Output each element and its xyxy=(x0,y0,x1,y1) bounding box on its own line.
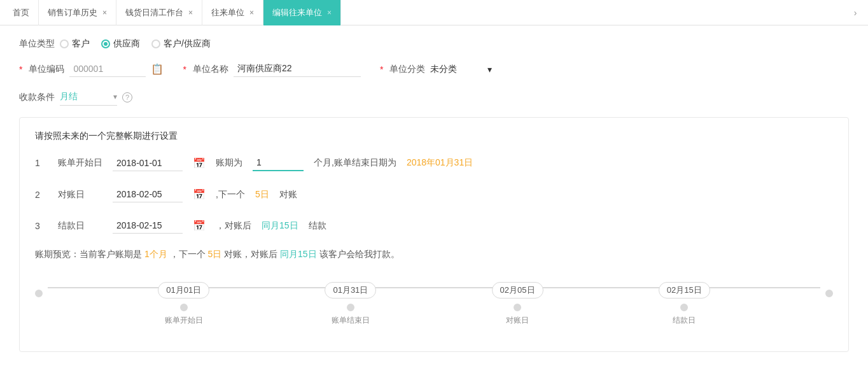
radio-customer-circle xyxy=(60,39,69,48)
preview-highlight3: 同月15日 xyxy=(280,249,317,259)
tab-home-label: 首页 xyxy=(13,7,29,18)
node-3-label: 对账日 xyxy=(506,315,529,326)
radio-both-circle xyxy=(151,39,160,48)
payment-dropdown-arrow: ▾ xyxy=(113,92,117,101)
tab-sales-order-label: 销售订单历史 xyxy=(48,7,97,18)
row-1-end-date: 2018年01月31日 xyxy=(407,157,473,169)
node-1-dot xyxy=(180,304,188,311)
tab-sales-order[interactable]: 销售订单历史 × xyxy=(39,0,116,25)
unit-category-field: * 单位分类 未分类 ▾ xyxy=(380,64,492,75)
tab-edit-partner-label: 编辑往来单位 xyxy=(272,7,322,18)
unit-code-input[interactable] xyxy=(69,61,146,77)
row-2-num: 2 xyxy=(35,190,48,200)
start-dot xyxy=(35,290,43,297)
setting-box: 请按照未来的一个完整帐期进行设置 1 账单开始日 📅 账期为 个月,账单结束日期… xyxy=(19,117,849,352)
row-2-suffix: 对账 xyxy=(279,189,297,201)
node-2-badge: 01月31日 xyxy=(325,282,376,299)
node-3-dot xyxy=(514,304,521,311)
payment-field: 收款条件 月结 ▾ ? xyxy=(19,88,132,106)
timeline-end-dot-container xyxy=(825,290,833,297)
unit-code-icon[interactable]: 📋 xyxy=(151,63,164,75)
row-3-suffix: 结款 xyxy=(309,220,326,232)
node-4-label: 结款日 xyxy=(673,315,696,326)
tab-scroll-arrow[interactable]: › xyxy=(849,8,862,18)
payment-value: 月结 xyxy=(60,91,111,102)
preview-suffix: 该客户会给我打款。 xyxy=(319,249,400,259)
row-1-date[interactable] xyxy=(113,155,183,171)
unit-name-label: 单位名称 xyxy=(193,64,228,75)
radio-group: 客户 供应商 客户/供应商 xyxy=(60,38,211,50)
preview-highlight2: 5日 xyxy=(207,249,221,259)
row-2-date[interactable] xyxy=(113,186,183,202)
main-content: 单位类型 客户 供应商 客户/供应商 * 单位编码 xyxy=(0,25,868,387)
row-2-label: 对账日 xyxy=(58,189,102,201)
row-1-num: 1 xyxy=(35,158,48,168)
row-2-calendar[interactable]: 📅 xyxy=(193,188,206,201)
timeline-items: 01月01日 账单开始日 01月31日 账单结束日 02月05日 xyxy=(35,282,833,326)
payment-label: 收款条件 xyxy=(19,92,55,103)
timeline-node-2: 01月31日 账单结束日 xyxy=(325,282,376,326)
tab-edit-partner-close[interactable]: × xyxy=(327,8,332,17)
row-3-highlight: 同月15日 xyxy=(262,220,298,232)
unit-type-label: 单位类型 xyxy=(19,38,55,50)
radio-supplier[interactable]: 供应商 xyxy=(101,38,140,50)
end-dot xyxy=(825,290,833,297)
timeline-start-dot xyxy=(35,290,43,297)
tab-cash-work-label: 钱货日清工作台 xyxy=(125,7,183,18)
unit-name-field: * 单位名称 xyxy=(183,61,360,77)
row-2-prefix: ,下一个 xyxy=(216,189,245,201)
node-4-badge: 02月15日 xyxy=(659,282,710,299)
row-1-period-input[interactable] xyxy=(253,155,304,171)
radio-supplier-circle xyxy=(101,39,110,48)
unit-category-arrow[interactable]: ▾ xyxy=(487,64,492,74)
node-2-dot xyxy=(347,304,354,311)
radio-both[interactable]: 客户/供应商 xyxy=(151,38,211,50)
unit-code-label: 单位编码 xyxy=(29,64,64,75)
row-3-prefix: ，对账后 xyxy=(216,220,251,232)
setting-row-3: 3 结款日 📅 ，对账后 同月15日 结款 xyxy=(35,218,833,234)
payment-dropdown[interactable]: 月结 ▾ xyxy=(60,88,117,106)
unit-type-row: 单位类型 客户 供应商 客户/供应商 xyxy=(19,38,849,50)
row-3-num: 3 xyxy=(35,221,48,231)
tab-partner-units-label: 往来单位 xyxy=(211,7,244,18)
setting-row-2: 2 对账日 📅 ,下一个 5日 对账 xyxy=(35,186,833,202)
unit-type-field: 单位类型 客户 供应商 客户/供应商 xyxy=(19,38,211,50)
preview-highlight1: 1个月 xyxy=(144,249,167,259)
preview-prefix: 账期预览：当前客户账期是 xyxy=(35,249,142,259)
preview-mid2: 对账，对账后 xyxy=(224,249,277,259)
timeline-node-3: 02月05日 对账日 xyxy=(492,282,543,326)
radio-customer[interactable]: 客户 xyxy=(60,38,90,50)
node-4-dot xyxy=(680,304,688,311)
tab-home[interactable]: 首页 xyxy=(6,0,39,25)
help-icon[interactable]: ? xyxy=(122,92,132,102)
node-1-badge: 01月01日 xyxy=(158,282,209,299)
setting-row-1: 1 账单开始日 📅 账期为 个月,账单结束日期为 2018年01月31日 xyxy=(35,155,833,171)
tab-cash-work[interactable]: 钱货日清工作台 × xyxy=(116,0,202,25)
unit-code-star: * xyxy=(19,64,22,74)
unit-category-label: 单位分类 xyxy=(389,64,425,75)
tab-edit-partner[interactable]: 编辑往来单位 × xyxy=(263,0,341,25)
row-2-highlight: 5日 xyxy=(255,189,269,201)
setting-title: 请按照未来的一个完整帐期进行设置 xyxy=(35,130,833,142)
node-1-label: 账单开始日 xyxy=(165,315,203,326)
timeline-node-4: 02月15日 结款日 xyxy=(659,282,710,326)
timeline-node-1: 01月01日 账单开始日 xyxy=(158,282,209,326)
tab-partner-units[interactable]: 往来单位 × xyxy=(202,0,263,25)
tab-cash-work-close[interactable]: × xyxy=(188,8,193,17)
unit-category-star: * xyxy=(380,64,383,74)
row-1-label: 账单开始日 xyxy=(58,157,102,169)
tab-sales-order-close[interactable]: × xyxy=(102,8,107,17)
unit-category-value: 未分类 xyxy=(430,64,457,75)
unit-code-field: * 单位编码 📋 xyxy=(19,61,164,77)
preview-section: 账期预览：当前客户账期是 1个月 ，下一个 5日 对账，对账后 同月15日 该客… xyxy=(35,249,833,339)
timeline: 01月01日 账单开始日 01月31日 账单结束日 02月05日 xyxy=(35,276,833,339)
row-3-date[interactable] xyxy=(113,218,183,234)
radio-both-label: 客户/供应商 xyxy=(164,38,211,50)
unit-name-input[interactable] xyxy=(234,61,361,77)
row-1-calendar[interactable]: 📅 xyxy=(193,157,206,169)
radio-customer-label: 客户 xyxy=(72,38,90,50)
row-1-period-prefix: 账期为 xyxy=(216,157,242,169)
preview-mid1: ，下一个 xyxy=(170,249,206,259)
row-3-calendar[interactable]: 📅 xyxy=(193,220,206,232)
tab-partner-units-close[interactable]: × xyxy=(249,8,254,17)
